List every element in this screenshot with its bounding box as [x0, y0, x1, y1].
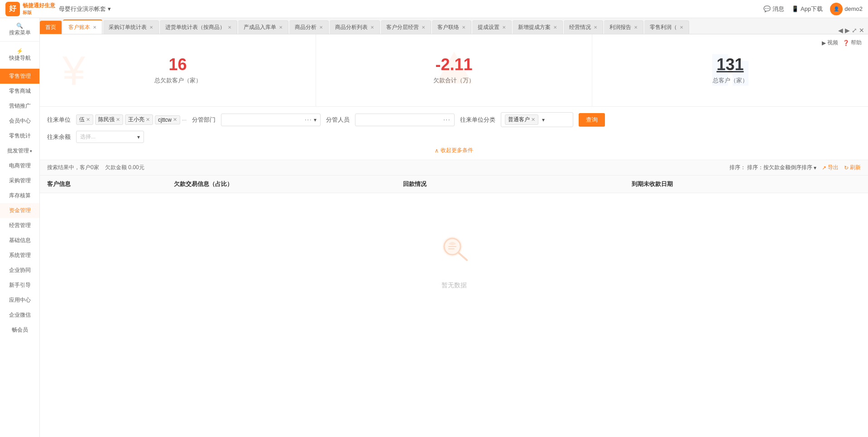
tab-customer-contact[interactable]: 客户联络 ✕ — [432, 20, 471, 34]
sidebar-item-marketing[interactable]: 营销推广 — [0, 99, 39, 114]
table-header: 客户信息 欠款交易信息（占比） 回款情况 到期未收款日期 — [40, 176, 868, 193]
chevron-down-dept: ▾ — [314, 117, 317, 123]
app-download-button[interactable]: 📱 App下载 — [791, 5, 823, 13]
filter-more-button[interactable]: ··· — [182, 117, 187, 123]
filter-tag-wu-close[interactable]: ✕ — [86, 117, 90, 123]
filter-tag-cjttcw-close[interactable]: ✕ — [173, 117, 177, 123]
sidebar-item-enterprise-collab[interactable]: 企业协同 — [0, 263, 39, 278]
person-dots[interactable]: ··· — [443, 116, 451, 124]
filter-row-1: 往来单位 伍 ✕ 陈民强 ✕ 王小亮 ✕ — [47, 112, 861, 127]
download-icon: 📱 — [791, 5, 799, 12]
tab-close-customer-tier[interactable]: ✕ — [422, 25, 425, 30]
tab-customer-account[interactable]: 客户账本 ✕ — [63, 19, 102, 34]
svg-marker-0 — [436, 52, 472, 83]
sort-select[interactable]: 排序： 排序：按欠款金额倒序排序 ▾ — [729, 164, 816, 171]
filter-tag-wang-close[interactable]: ✕ — [146, 117, 150, 123]
tab-purchase-stat[interactable]: 进货单统计表（按商品） ✕ — [160, 20, 237, 34]
tab-close-production-entry[interactable]: ✕ — [279, 25, 283, 30]
sidebar-item-search-menu[interactable]: 🔍 搜索菜单 — [0, 18, 39, 42]
query-button[interactable]: 查询 — [579, 113, 605, 127]
tab-scroll-left[interactable]: ◀ — [838, 27, 843, 34]
sidebar-item-app-center[interactable]: 应用中心 — [0, 293, 39, 308]
tab-close-purchase-order-stat[interactable]: ✕ — [149, 25, 153, 30]
tab-home[interactable]: 首页 — [40, 20, 62, 34]
sidebar-item-member-center[interactable]: 会员中心 — [0, 114, 39, 128]
sidebar-item-purchase-mgmt[interactable]: 采购管理 — [0, 173, 39, 188]
sidebar-item-basic-info[interactable]: 基础信息 — [0, 233, 39, 248]
tab-business-situation[interactable]: 经营情况 ✕ — [564, 20, 603, 34]
tab-reminder-settings[interactable]: 提成设置 ✕ — [472, 20, 512, 34]
filter-dept-label: 分管部门 — [192, 116, 216, 124]
sidebar-item-new-guide[interactable]: 新手引导 — [0, 278, 39, 293]
filter-person-label: 分管人员 — [326, 116, 350, 124]
filter-person-select[interactable]: ··· — [355, 114, 455, 126]
tab-purchase-order-stat[interactable]: 采购订单统计表 ✕ — [103, 20, 159, 34]
tab-close-retail-profit[interactable]: ✕ — [680, 25, 683, 30]
filter-tag-normal-customer: 普通客户 ✕ — [505, 114, 538, 125]
help-icon: ❓ — [843, 40, 849, 46]
message-icon: 💬 — [763, 5, 771, 12]
demo-selector[interactable]: 母婴行业演示帐套 ▾ — [59, 5, 111, 13]
sidebar-item-enterprise-wechat[interactable]: 企业微信 — [0, 308, 39, 323]
chevron-right-icon: ▾ — [30, 149, 32, 153]
sidebar: 🔍 搜索菜单 ⚡ 快捷导航 零售管理 零售商城 营销推广 会员中心 零售统计 批… — [0, 18, 40, 437]
col-customer-info: 客户信息 — [47, 180, 174, 188]
refresh-button[interactable]: ↻ 刷新 — [844, 164, 861, 171]
tab-retail-profit[interactable]: 零售利润（ ✕ — [644, 20, 689, 34]
tab-goods-analysis[interactable]: 商品分析 ✕ — [289, 20, 329, 34]
tab-close-goods-analysis[interactable]: ✕ — [319, 25, 323, 30]
tab-close-reminder-settings[interactable]: ✕ — [502, 25, 506, 30]
results-bar: 搜索结果中，客户0家 欠款金额 0.00元 排序： 排序：按欠款金额倒序排序 ▾… — [40, 160, 868, 176]
tab-close-goods-analysis-list[interactable]: ✕ — [370, 25, 374, 30]
sidebar-item-retail-mgmt[interactable]: 零售管理 — [0, 69, 39, 84]
filter-tag-normal-customer-close[interactable]: ✕ — [531, 117, 535, 123]
export-button[interactable]: ↗ 导出 — [822, 164, 839, 171]
filter-tag-chen-close[interactable]: ✕ — [116, 117, 120, 123]
tab-scroll-right[interactable]: ▶ — [845, 27, 850, 34]
filter-tag-wang: 王小亮 ✕ — [125, 114, 153, 125]
filter-dept-select[interactable]: ··· ▾ — [221, 114, 321, 126]
sidebar-item-retail-stats[interactable]: 零售统计 — [0, 128, 39, 143]
sidebar-item-system-mgmt[interactable]: 系统管理 — [0, 248, 39, 263]
avatar: 👤 — [830, 3, 843, 15]
tab-add-achievement[interactable]: 新增提成方案 ✕ — [513, 20, 563, 34]
user-menu[interactable]: 👤 demo2 — [830, 3, 863, 15]
sidebar-item-wholesale-mgmt[interactable]: 批发管理 ▾ — [0, 143, 39, 158]
col-debt-info: 欠款交易信息（占比） — [174, 180, 403, 188]
empty-text: 暂无数据 — [441, 281, 467, 290]
sidebar-item-inventory[interactable]: 库存核算 — [0, 188, 39, 203]
topbar: 好 畅捷通好生意 标版 母婴行业演示帐套 ▾ 💬 消息 📱 App下载 👤 de… — [0, 0, 868, 18]
filter-unit-class-select[interactable]: 普通客户 ✕ ▾ — [501, 112, 573, 127]
logo-icon: 好 — [5, 2, 20, 16]
video-button[interactable]: ▶ 视频 — [822, 39, 838, 47]
sidebar-item-finance-mgmt[interactable]: 资金管理 — [0, 203, 39, 218]
sidebar-item-quick-nav[interactable]: ⚡ 快捷导航 — [0, 44, 39, 66]
collapse-button[interactable]: ∧ 收起更多条件 — [435, 147, 473, 154]
filter-balance-select[interactable]: 选择... ▾ — [76, 131, 144, 143]
sidebar-item-business-mgmt[interactable]: 经营管理 — [0, 218, 39, 233]
tab-close-customer-account[interactable]: ✕ — [93, 25, 96, 30]
tab-production-entry[interactable]: 产成品入库单 ✕ — [238, 20, 288, 34]
filter-balance-label: 往来余额 — [47, 133, 71, 141]
tab-close-all[interactable]: ✕ — [859, 27, 864, 34]
tab-close-add-achievement[interactable]: ✕ — [553, 25, 557, 30]
dept-dots[interactable]: ··· — [305, 116, 312, 124]
svg-line-5 — [459, 253, 467, 260]
tab-close-purchase-stat[interactable]: ✕ — [228, 25, 231, 30]
help-button[interactable]: ❓ 帮助 — [843, 39, 862, 47]
page-content: ▶ 视频 ❓ 帮助 ¥ 16 总欠款客户（家） — [40, 34, 868, 437]
svg-rect-2 — [733, 61, 748, 86]
logo-area: 好 畅捷通好生意 标版 — [5, 2, 55, 16]
sidebar-item-ecommerce-mgmt[interactable]: 电商管理 — [0, 158, 39, 173]
tab-customer-tier[interactable]: 客户分层经营 ✕ — [381, 20, 431, 34]
tab-close-business-situation[interactable]: ✕ — [594, 25, 597, 30]
content-area: 首页 客户账本 ✕ 采购订单统计表 ✕ 进货单统计表（按商品） ✕ 产成品入库单… — [40, 18, 868, 437]
sidebar-item-member[interactable]: 畅会员 — [0, 323, 39, 337]
sidebar-item-retail-mall[interactable]: 零售商城 — [0, 84, 39, 99]
tab-close-profit-report[interactable]: ✕ — [634, 25, 638, 30]
tab-close-customer-contact[interactable]: ✕ — [462, 25, 465, 30]
tab-profit-report[interactable]: 利润报告 ✕ — [604, 20, 643, 34]
tab-goods-analysis-list[interactable]: 商品分析列表 ✕ — [330, 20, 380, 34]
messages-button[interactable]: 💬 消息 — [763, 5, 784, 13]
tab-expand[interactable]: ⤢ — [852, 27, 857, 34]
